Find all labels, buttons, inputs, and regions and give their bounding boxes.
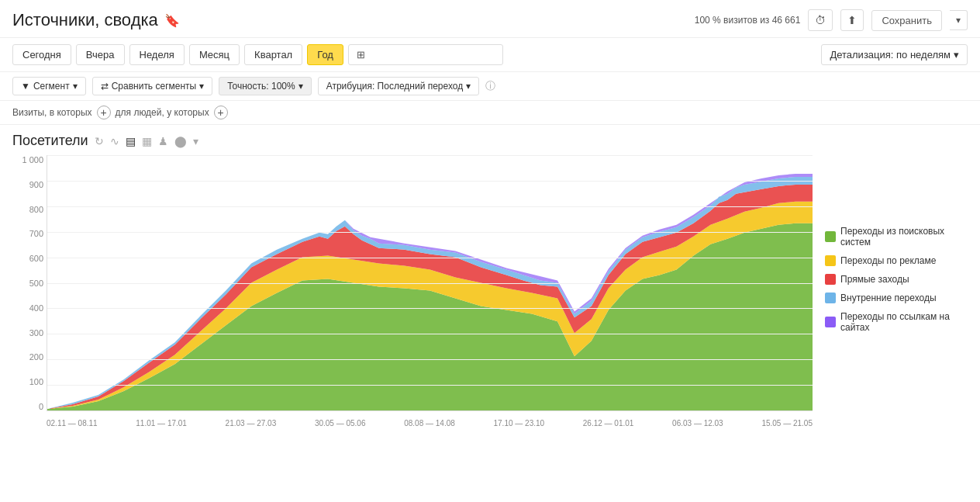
accuracy-button[interactable]: Точность: 100% ▾ — [219, 77, 311, 95]
save-label: Сохранить — [882, 15, 932, 26]
x-label-7: 26.12 — 01.01 — [583, 419, 634, 428]
x-label-1: 02.11 — 08.11 — [47, 419, 98, 428]
clock-icon-btn[interactable]: ⏱ — [808, 9, 833, 31]
info-icon[interactable]: ⓘ — [485, 79, 495, 93]
chart-area: Посетители ↻ ∿ ▤ ▦ ♟ ⬤ ▾ 1 000 900 800 7… — [12, 133, 813, 434]
y-label-900: 900 — [12, 180, 43, 189]
refresh-icon[interactable]: ↻ — [95, 135, 104, 147]
grid-line-700 — [47, 232, 813, 233]
segment-row: Визиты, в которых + для людей, у которых… — [0, 101, 980, 125]
legend-item-ads: Переходы по рекламе — [825, 255, 968, 266]
compare-icon: ⇄ — [101, 81, 109, 92]
chart-canvas — [47, 155, 813, 411]
legend-color-links — [825, 317, 836, 327]
grid-line-300 — [47, 334, 813, 334]
tab-yesterday[interactable]: Вчера — [76, 44, 125, 65]
x-label-3: 21.03 — 27.03 — [226, 419, 277, 428]
y-label-300: 300 — [12, 328, 43, 338]
x-label-8: 06.03 — 12.03 — [672, 419, 723, 428]
detail-label: Детализация: по неделям — [830, 49, 951, 61]
bar-chart-icon[interactable]: ▦ — [142, 135, 152, 147]
visits-info: 100 % визитов из 46 661 — [695, 15, 801, 26]
legend-area: Переходы из поисковых систем Переходы по… — [813, 133, 968, 434]
detail-dropdown[interactable]: Детализация: по неделям ▾ — [821, 44, 968, 65]
tab-month[interactable]: Месяц — [189, 44, 240, 65]
y-label-500: 500 — [12, 279, 43, 288]
compare-label: Сравнить сегменты — [112, 81, 197, 92]
legend-color-direct — [825, 274, 836, 285]
segment-chevron-icon: ▾ — [73, 81, 78, 92]
y-axis: 1 000 900 800 700 600 500 400 300 200 10… — [12, 155, 43, 411]
x-axis: 02.11 — 08.11 11.01 — 17.01 21.03 — 27.0… — [47, 411, 813, 434]
toolbar-row: Сегодня Вчера Неделя Месяц Квартал Год ⊞… — [0, 38, 980, 72]
y-label-800: 800 — [12, 205, 43, 214]
legend-label-search: Переходы из поисковых систем — [840, 226, 968, 248]
segment-prefix: Визиты, в которых — [12, 107, 92, 118]
area-chart-icon[interactable]: ▤ — [126, 135, 136, 147]
legend-label-internal: Внутренние переходы — [840, 293, 937, 303]
legend-label-ads: Переходы по рекламе — [840, 255, 936, 266]
search-box: ⊞ — [348, 44, 503, 65]
save-dropdown-button[interactable]: ▾ — [950, 10, 968, 30]
title-text: Источники, сводка — [12, 10, 158, 30]
legend-label-direct: Прямые заходы — [840, 274, 909, 285]
line-chart-icon[interactable]: ∿ — [110, 135, 119, 147]
add-people-condition-button[interactable]: + — [214, 106, 228, 119]
legend-item-links: Переходы по ссылкам на сайтах — [825, 311, 968, 333]
chart-title: Посетители — [12, 133, 88, 149]
legend-item-internal: Внутренние переходы — [825, 293, 968, 303]
y-label-700: 700 — [12, 229, 43, 238]
chart-container: 1 000 900 800 700 600 500 400 300 200 10… — [12, 155, 813, 434]
accuracy-chevron-icon: ▾ — [298, 81, 303, 92]
dot-icon[interactable]: ⬤ — [174, 135, 187, 147]
chart-title-row: Посетители ↻ ∿ ▤ ▦ ♟ ⬤ ▾ — [12, 133, 813, 149]
chart-section: Посетители ↻ ∿ ▤ ▦ ♟ ⬤ ▾ 1 000 900 800 7… — [0, 125, 980, 434]
detail-chevron-icon: ▾ — [954, 49, 959, 61]
share-icon-btn[interactable]: ⬆ — [840, 9, 864, 31]
tab-week[interactable]: Неделя — [129, 44, 185, 65]
search-input[interactable] — [370, 49, 494, 61]
header-row: Источники, сводка 🔖 100 % визитов из 46 … — [0, 0, 980, 38]
grid-line-1000 — [47, 155, 813, 156]
legend-color-search — [825, 231, 836, 242]
grid-icon: ⊞ — [357, 49, 365, 61]
tab-today[interactable]: Сегодня — [12, 44, 71, 65]
grid-line-600 — [47, 258, 813, 258]
legend-color-internal — [825, 293, 836, 303]
segment-button[interactable]: ▼ Сегмент ▾ — [12, 77, 86, 95]
save-button[interactable]: Сохранить — [871, 10, 942, 31]
attribution-label: Атрибуция: Последний переход — [326, 81, 464, 92]
page-title: Источники, сводка 🔖 — [12, 10, 180, 30]
grid-line-900 — [47, 181, 813, 182]
x-label-4: 30.05 — 05.06 — [315, 419, 366, 428]
attribution-chevron-icon: ▾ — [466, 81, 471, 92]
header-right: 100 % визитов из 46 661 ⏱ ⬆ Сохранить ▾ — [695, 9, 968, 31]
filter-row: ▼ Сегмент ▾ ⇄ Сравнить сегменты ▾ Точнос… — [0, 72, 980, 101]
y-label-400: 400 — [12, 303, 43, 313]
grid-line-200 — [47, 359, 813, 360]
chart-options-chevron[interactable]: ▾ — [193, 135, 198, 147]
segment-label: Сегмент — [33, 81, 70, 92]
y-label-0: 0 — [12, 402, 43, 411]
legend-item-search: Переходы из поисковых систем — [825, 226, 968, 248]
tab-quarter[interactable]: Квартал — [244, 44, 302, 65]
grid-line-100 — [47, 385, 813, 386]
grid-line-500 — [47, 283, 813, 284]
tab-year[interactable]: Год — [307, 44, 343, 65]
person-icon[interactable]: ♟ — [158, 135, 168, 147]
x-label-5: 08.08 — 14.08 — [404, 419, 455, 428]
accuracy-label: Точность: 100% — [227, 81, 295, 92]
x-label-6: 17.10 — 23.10 — [493, 419, 544, 428]
attribution-button[interactable]: Атрибуция: Последний переход ▾ — [318, 77, 480, 95]
x-label-9: 15.05 — 21.05 — [761, 419, 813, 428]
add-visit-condition-button[interactable]: + — [97, 106, 111, 119]
y-label-1000: 1 000 — [12, 155, 43, 164]
y-label-200: 200 — [12, 352, 43, 362]
legend-color-ads — [825, 255, 836, 266]
grid-line-800 — [47, 206, 813, 207]
filter-icon: ▼ — [21, 81, 30, 92]
bookmark-icon[interactable]: 🔖 — [164, 13, 180, 28]
x-label-2: 11.01 — 17.01 — [136, 419, 187, 428]
compare-segments-button[interactable]: ⇄ Сравнить сегменты ▾ — [92, 77, 213, 95]
segment-middle: для людей, у которых — [116, 107, 209, 118]
